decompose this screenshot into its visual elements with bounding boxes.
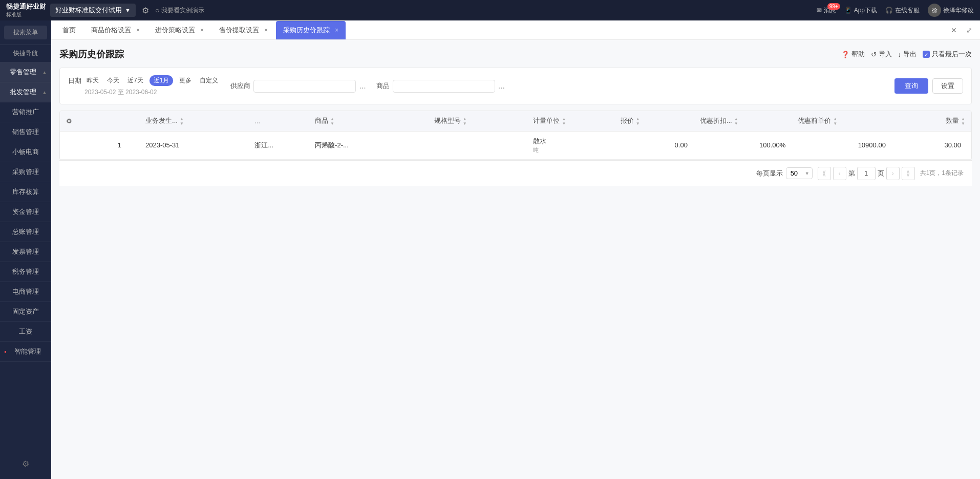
- tab-home[interactable]: 首页: [55, 21, 83, 39]
- sidebar-label-finance: 资金管理: [4, 207, 47, 216]
- import-btn[interactable]: ↺ 导入: [871, 50, 892, 59]
- row-num: 1: [100, 131, 140, 159]
- only-last-checkbox[interactable]: ✓ 只看最后一次: [923, 50, 972, 59]
- message-btn[interactable]: ✉ 消息 99+: [817, 6, 836, 15]
- prev-page-btn[interactable]: ‹: [833, 167, 846, 180]
- tab-purchase-history-label: 采购历史价跟踪: [283, 26, 330, 35]
- sidebar-item-sales[interactable]: 销售管理: [0, 122, 51, 142]
- date-option-7days[interactable]: 近7天: [125, 75, 145, 86]
- sidebar-item-finance[interactable]: 资金管理: [0, 202, 51, 222]
- sidebar-item-fixed-assets[interactable]: 固定资产: [0, 302, 51, 322]
- sidebar-label-ecommerce-small: 小畅电商: [4, 147, 47, 157]
- tab-purchase-strategy[interactable]: 进价策略设置 ×: [148, 21, 211, 39]
- online-service-btn[interactable]: 🎧 在线客服: [885, 6, 920, 15]
- sidebar-item-purchase[interactable]: 采购管理: [0, 162, 51, 182]
- date-option-today[interactable]: 今天: [105, 75, 121, 86]
- tab-close-all-btn[interactable]: ✕: [947, 24, 961, 37]
- export-btn[interactable]: ↓ 导出: [898, 50, 917, 59]
- help-label: 帮助: [851, 50, 865, 59]
- phone-icon: 📱: [844, 7, 852, 14]
- sidebar-item-general-ledger[interactable]: 总账管理: [0, 222, 51, 242]
- demo-link[interactable]: ○ 我要看实例演示: [155, 6, 204, 15]
- first-page-btn[interactable]: ⟪: [818, 167, 831, 180]
- date-option-yesterday[interactable]: 昨天: [84, 75, 101, 86]
- th-price[interactable]: 报价▲▼: [614, 111, 694, 131]
- th-qty[interactable]: 数量▲▼: [892, 111, 971, 131]
- tab-close-icon-2[interactable]: ×: [200, 27, 204, 34]
- supplier-more-btn[interactable]: ...: [359, 81, 366, 91]
- date-option-custom[interactable]: 自定义: [198, 75, 220, 86]
- sidebar-item-retail[interactable]: 零售管理 ▲: [0, 62, 51, 82]
- tab-close-icon-3[interactable]: ×: [264, 27, 268, 34]
- table-row: 1 2023-05-31 浙江... 丙烯酸-2-... 散水吨 0.00 10…: [60, 131, 971, 159]
- th-orig-price[interactable]: 优惠前单价▲▼: [792, 111, 892, 131]
- help-btn[interactable]: ❓ 帮助: [841, 50, 865, 59]
- sidebar-label-payroll: 工资: [4, 327, 47, 336]
- settings-icon[interactable]: ⚙: [140, 4, 151, 17]
- tab-product-price[interactable]: 商品价格设置 ×: [84, 21, 147, 39]
- sidebar-label-wholesale: 批发管理: [4, 88, 42, 97]
- th-product[interactable]: 商品▲▼: [309, 111, 428, 131]
- tab-expand-btn[interactable]: ⤢: [963, 24, 976, 37]
- data-table-wrapper: ⚙ 业务发生...▲▼ ... 商品▲▼ 规格型号▲▼: [59, 111, 972, 160]
- th-spec[interactable]: 规格型号▲▼: [428, 111, 527, 131]
- export-label: 导出: [903, 50, 917, 59]
- product-selector[interactable]: 好业财标准版交付试用 ▼: [50, 4, 136, 17]
- per-page-select[interactable]: 20 50 100 200: [786, 167, 813, 179]
- next-page-btn[interactable]: ›: [886, 167, 900, 180]
- supplier-label: 供应商: [230, 81, 250, 91]
- sidebar-label-purchase: 采购管理: [4, 167, 47, 177]
- supplier-input[interactable]: [253, 80, 356, 93]
- th-date[interactable]: 业务发生...▲▼: [139, 111, 248, 131]
- tab-home-label: 首页: [62, 26, 76, 35]
- date-option-1month[interactable]: 近1月: [150, 75, 174, 86]
- sidebar-label-general-ledger: 总账管理: [4, 227, 47, 236]
- tab-close-icon[interactable]: ×: [136, 27, 140, 34]
- sidebar-item-tax[interactable]: 税务管理: [0, 262, 51, 282]
- sort-icon-qty: ▲▼: [961, 117, 965, 126]
- message-badge: 99+: [827, 3, 840, 10]
- last-page-btn[interactable]: ⟫: [902, 167, 915, 180]
- page-header: 采购历史价跟踪 ❓ 帮助 ↺ 导入 ↓ 导出 ✓: [59, 48, 972, 60]
- import-icon: ↺: [871, 51, 877, 58]
- sidebar-item-ecommerce-small[interactable]: 小畅电商: [0, 142, 51, 162]
- sidebar-shortcut[interactable]: 快捷导航: [0, 45, 51, 62]
- tab-purchase-history[interactable]: 采购历史价跟踪 ×: [276, 21, 346, 39]
- logo-area: 畅捷通好业财 标准版: [6, 3, 46, 18]
- only-last-label: 只看最后一次: [932, 50, 972, 59]
- tab-close-icon-4[interactable]: ×: [335, 27, 338, 34]
- query-button[interactable]: 查询: [894, 78, 928, 94]
- sidebar-item-payroll[interactable]: 工资: [0, 322, 51, 342]
- sidebar-item-smart[interactable]: ● 智能管理: [0, 342, 51, 362]
- row-gear: [60, 131, 100, 159]
- sidebar-item-wholesale[interactable]: 批发管理 ▲: [0, 82, 51, 102]
- app-download-btn[interactable]: 📱 App下载: [844, 6, 877, 15]
- sort-icon-spec: ▲▼: [463, 117, 467, 126]
- tab-sale-price[interactable]: 售价提取设置 ×: [212, 21, 275, 39]
- sort-icon-date: ▲▼: [180, 117, 184, 126]
- th-discount[interactable]: 优惠折扣...▲▼: [694, 111, 792, 131]
- th-more[interactable]: ...: [248, 111, 309, 131]
- product-more-btn[interactable]: ...: [498, 81, 505, 91]
- sidebar-item-invoice[interactable]: 发票管理: [0, 242, 51, 262]
- page-input[interactable]: [857, 167, 876, 180]
- sidebar-item-marketing[interactable]: 营销推广: [0, 102, 51, 122]
- user-info[interactable]: 徐 徐泽华修改: [928, 4, 974, 17]
- product-filter: 商品 ...: [376, 80, 505, 93]
- row-spec: [428, 131, 527, 159]
- date-option-more[interactable]: 更多: [177, 75, 194, 86]
- sidebar-item-inventory[interactable]: 库存核算: [0, 182, 51, 202]
- th-unit[interactable]: 计量单位▲▼: [527, 111, 614, 131]
- date-range-text: 2023-05-02 至 2023-06-02: [84, 89, 157, 96]
- product-label: 商品: [376, 81, 390, 91]
- headset-icon: 🎧: [885, 7, 893, 14]
- search-menu-btn[interactable]: 搜索菜单: [4, 26, 47, 39]
- product-input[interactable]: [393, 80, 495, 93]
- online-service-label: 在线客服: [895, 6, 920, 15]
- sidebar-item-ecommerce[interactable]: 电商管理: [0, 282, 51, 302]
- row-product: 丙烯酸-2-...: [309, 131, 428, 159]
- setting-button[interactable]: 设置: [932, 78, 963, 94]
- th-gear[interactable]: ⚙: [60, 111, 100, 131]
- avatar: 徐: [928, 4, 941, 17]
- sidebar-gear-btn[interactable]: ⚙: [0, 454, 51, 474]
